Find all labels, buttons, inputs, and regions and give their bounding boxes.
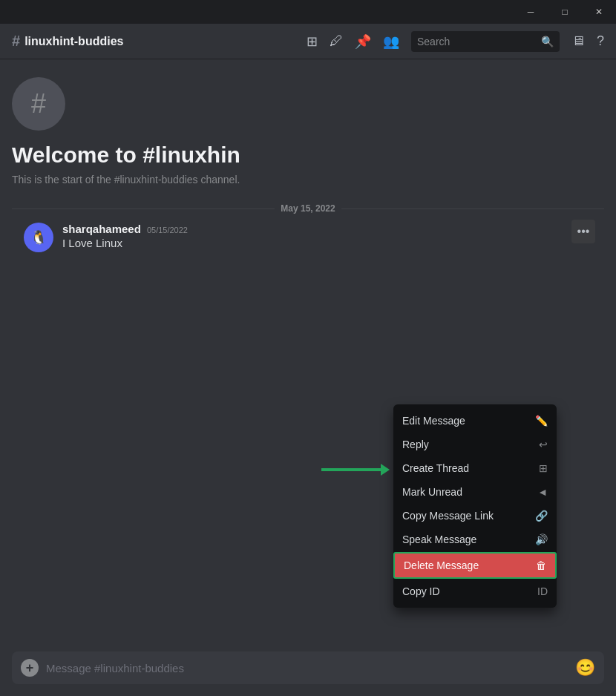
inbox-icon[interactable]: 🖥 [571,33,585,49]
context-menu-item-icon: ID [537,585,548,597]
header-icons-group: ⊞ 🖊 📌 👥 Search 🔍 🖥 ? [307,31,604,52]
message-input-placeholder: Message #linuxhint-buddies [46,662,568,674]
pin-icon[interactable]: 📌 [355,33,371,50]
context-menu-item-copy-id[interactable]: Copy IDID [393,580,557,603]
title-bar: ─ □ ✕ [0,0,616,24]
message-actions: ••• [571,220,595,243]
context-menu-label: Copy ID [402,585,440,597]
date-divider-line-left [12,209,275,209]
context-menu-item-reply[interactable]: Reply↩ [393,433,557,456]
search-icon: 🔍 [541,36,554,47]
avatar: 🐧 [24,223,53,252]
context-menu-item-icon: ⊞ [539,462,548,474]
context-menu-item-icon: ◄ [537,486,548,498]
arrow-head [381,464,390,476]
welcome-title: Welcome to #linuxhin [12,142,604,168]
date-divider-line-right [341,209,604,209]
welcome-channel-icon: # [12,77,65,131]
context-menu-label: Mark Unread [402,486,462,498]
context-menu-item-icon: ↩ [539,439,548,450]
arrow-line [321,468,381,471]
channel-name-text: linuxhint-buddies [24,35,123,48]
context-menu-label: Edit Message [402,415,465,427]
context-menu-item-delete-message[interactable]: Delete Message🗑 [393,552,557,579]
message-text: I Love Linux [62,237,592,249]
message-more-button[interactable]: ••• [571,220,595,243]
context-menu: Edit Message✏️Reply↩Create Thread⊞Mark U… [393,404,557,608]
search-bar[interactable]: Search 🔍 [411,31,560,52]
message-content: sharqahameed 05/15/2022 I Love Linux [62,223,592,249]
mute-icon[interactable]: 🖊 [330,33,343,49]
context-menu-item-edit-message[interactable]: Edit Message✏️ [393,409,557,433]
emoji-button[interactable]: 😊 [575,658,595,677]
channel-header: # linuxhint-buddies ⊞ 🖊 📌 👥 Search 🔍 🖥 ? [0,24,616,59]
context-menu-item-create-thread[interactable]: Create Thread⊞ [393,456,557,480]
context-menu-label: Speak Message [402,534,476,545]
message-timestamp: 05/15/2022 [147,226,188,234]
message-row: 🐧 sharqahameed 05/15/2022 I Love Linux •… [12,220,604,255]
context-menu-item-mark-unread[interactable]: Mark Unread◄ [393,480,557,504]
add-attachment-button[interactable]: + [21,659,39,677]
message-input-box[interactable]: + Message #linuxhint-buddies 😊 [12,651,604,684]
channel-name-display: # linuxhint-buddies [12,33,123,50]
context-menu-label: Delete Message [404,559,479,571]
context-menu-label: Create Thread [402,462,469,474]
green-arrow-indicator [321,464,390,476]
context-menu-item-icon: 🔗 [535,510,548,522]
context-menu-item-copy-message-link[interactable]: Copy Message Link🔗 [393,504,557,528]
context-menu-item-icon: 🗑 [536,559,546,571]
context-menu-label: Reply [402,439,429,450]
close-button[interactable]: ✕ [582,0,616,24]
threads-icon[interactable]: ⊞ [307,33,318,50]
context-menu-item-speak-message[interactable]: Speak Message🔊 [393,528,557,551]
date-divider-text: May 15, 2022 [281,203,335,214]
context-menu-item-icon: ✏️ [535,415,548,427]
message-input-area: + Message #linuxhint-buddies 😊 [0,646,616,696]
minimize-button[interactable]: ─ [514,0,548,24]
search-placeholder: Search [417,36,535,47]
help-icon[interactable]: ? [597,33,604,49]
date-divider: May 15, 2022 [12,203,604,214]
avatar-symbol: 🐧 [30,229,47,246]
welcome-subtitle: This is the start of the #linuxhint-budd… [12,174,604,186]
channel-hash-icon: # [12,33,20,50]
context-menu-label: Copy Message Link [402,510,494,522]
maximize-button[interactable]: □ [548,0,582,24]
context-menu-item-icon: 🔊 [535,534,548,545]
message-header: sharqahameed 05/15/2022 [62,223,592,235]
message-author: sharqahameed [62,223,141,235]
members-icon[interactable]: 👥 [383,33,399,50]
